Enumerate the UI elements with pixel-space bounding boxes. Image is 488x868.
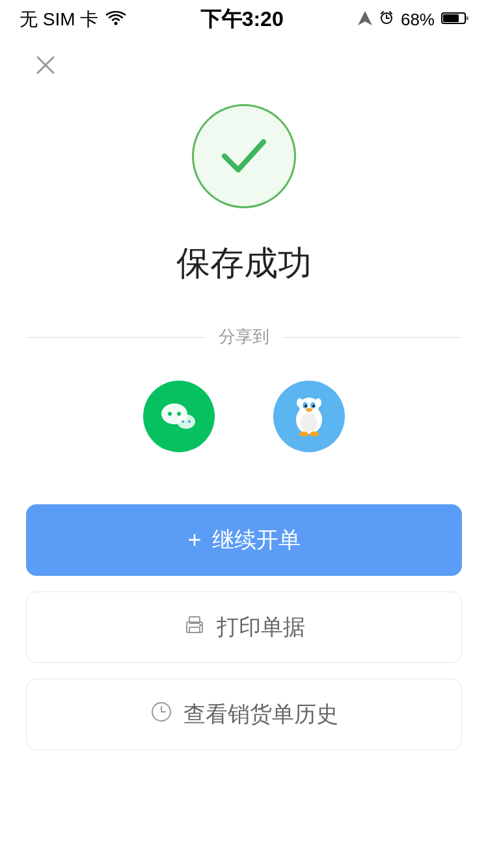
- history-label: 查看销货单历史: [183, 699, 338, 729]
- svg-rect-8: [443, 14, 459, 22]
- plus-icon: +: [187, 526, 201, 554]
- continue-button[interactable]: + 继续开单: [26, 504, 462, 576]
- svg-point-28: [297, 398, 303, 407]
- continue-label: 继续开单: [212, 525, 301, 555]
- svg-line-6: [390, 12, 392, 14]
- svg-point-22: [305, 405, 307, 407]
- print-icon: [183, 613, 206, 642]
- wechat-share-button[interactable]: [143, 381, 215, 452]
- svg-rect-32: [189, 627, 200, 632]
- alarm-icon: [379, 10, 394, 30]
- svg-point-17: [188, 420, 191, 423]
- status-time: 下午3:20: [200, 5, 284, 34]
- svg-point-26: [299, 431, 308, 437]
- svg-point-14: [168, 412, 172, 416]
- print-button[interactable]: 打印单据: [26, 591, 462, 663]
- print-label: 打印单据: [217, 612, 305, 642]
- svg-line-5: [381, 12, 383, 14]
- wifi-icon: [106, 9, 126, 30]
- battery-icon: [441, 10, 468, 30]
- svg-point-27: [310, 431, 319, 437]
- svg-point-33: [199, 624, 202, 627]
- main-content: 保存成功 分享到: [0, 39, 488, 750]
- svg-point-29: [315, 398, 321, 407]
- svg-point-25: [301, 413, 318, 432]
- svg-point-16: [182, 420, 184, 423]
- history-icon: [150, 700, 173, 729]
- share-label: 分享到: [206, 325, 282, 348]
- checkmark-icon: [215, 126, 273, 187]
- success-title: 保存成功: [176, 241, 312, 286]
- no-sim-text: 无 SIM 卡: [20, 7, 98, 32]
- success-circle: [192, 104, 296, 208]
- history-button[interactable]: 查看销货单历史: [26, 679, 462, 750]
- status-left: 无 SIM 卡: [20, 7, 126, 32]
- svg-point-13: [177, 414, 195, 429]
- svg-point-24: [306, 408, 312, 412]
- share-icons: [0, 381, 488, 452]
- svg-point-0: [115, 22, 118, 25]
- action-buttons: + 继续开单 打印单据 查看销货单历史: [0, 504, 488, 750]
- status-bar: 无 SIM 卡 下午3:20 68: [0, 0, 488, 39]
- svg-rect-9: [466, 16, 468, 20]
- location-icon: [358, 10, 372, 30]
- svg-point-15: [177, 412, 181, 416]
- svg-marker-1: [358, 11, 372, 25]
- share-section: 分享到: [0, 325, 488, 452]
- svg-point-23: [312, 405, 315, 407]
- battery-text: 68%: [401, 10, 435, 30]
- close-button[interactable]: [26, 46, 65, 85]
- status-right: 68%: [358, 10, 468, 30]
- qq-share-button[interactable]: [273, 381, 345, 452]
- share-divider: 分享到: [0, 325, 488, 348]
